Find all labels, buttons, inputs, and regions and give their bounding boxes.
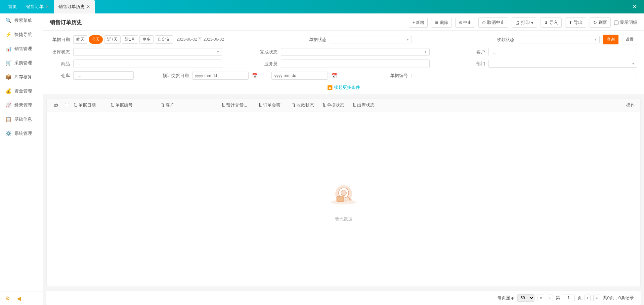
th-out-status[interactable]: ⇅ 出库状态 <box>350 102 381 108</box>
th-date[interactable]: ⇅ 单据日期 <box>72 102 109 108</box>
page-title: 销售订单历史 <box>50 19 405 26</box>
complete-status-select[interactable]: ▾ <box>281 48 430 56</box>
sidebar-settings-icon[interactable]: ⚙ <box>5 295 10 302</box>
import-button[interactable]: ⬇ 导入 <box>541 17 562 28</box>
delivery-date-start-input[interactable] <box>192 72 249 80</box>
prev-page-button[interactable]: ‹ <box>547 295 553 301</box>
sidebar-item-operations[interactable]: 📈 经营管理 <box>0 98 43 112</box>
sidebar-item-search-menu[interactable]: 🔍 搜索菜单 <box>0 13 43 28</box>
next-page-button[interactable]: › <box>585 295 591 301</box>
export-button[interactable]: ⬆ 导出 <box>565 17 586 28</box>
sidebar: 🔍 搜索菜单 ⚡ 快捷导航 📊 销售管理 🛒 采购管理 📦 库存核算 💰 资金管… <box>0 13 43 305</box>
window-close-button[interactable]: ✕ <box>629 3 641 10</box>
tab-sales-history-label: 销售订单历史 <box>58 4 85 10</box>
tab-sales-order[interactable]: 销售订单 ✕ <box>22 0 54 13</box>
sidebar-item-finance[interactable]: 💰 资金管理 <box>0 84 43 98</box>
new-button[interactable]: + 新增 <box>409 18 428 28</box>
date-btn-custom[interactable]: 自定义 <box>155 35 173 44</box>
goods-label: 商品 <box>50 61 70 67</box>
date-btn-today[interactable]: 今天 <box>89 35 103 44</box>
out-status-label: 出库状态 <box>50 49 70 55</box>
th-pay-status-sort-icon: ⇅ <box>292 103 296 108</box>
warehouse-label: 仓库 <box>50 73 70 79</box>
date-btn-more[interactable]: 更多 <box>139 35 154 44</box>
salesman-input[interactable]: ... <box>281 60 430 68</box>
basic-info-icon: 📋 <box>5 116 12 122</box>
display-detail-wrap: 显示明细 <box>614 20 637 26</box>
payment-status-select[interactable]: ▾ <box>518 36 600 43</box>
sidebar-item-operations-label: 经营管理 <box>14 102 32 108</box>
cancel-stop-button[interactable]: ⊙ 取消中止 <box>478 17 508 28</box>
refresh-button[interactable]: ↻ 刷新 <box>590 17 611 28</box>
tab-sales-order-close[interactable]: ✕ <box>46 4 49 9</box>
collapse-row[interactable]: 🔼 收起更多条件 <box>50 83 637 90</box>
goods-input[interactable]: ... <box>73 60 222 68</box>
th-date-sort-icon: ⇅ <box>74 103 77 108</box>
sidebar-item-sales-mgmt[interactable]: 📊 销售管理 <box>0 42 43 56</box>
sidebar-item-basic-info-label: 基础信息 <box>14 116 32 122</box>
display-detail-label: 显示明细 <box>620 20 637 26</box>
customer-dots: ... <box>493 49 497 54</box>
tab-home[interactable]: 首页 <box>3 0 22 13</box>
search-menu-icon: 🔍 <box>5 17 12 24</box>
customer-label: 客户 <box>465 49 485 55</box>
page-number-input[interactable] <box>563 295 575 301</box>
sidebar-item-basic-info[interactable]: 📋 基础信息 <box>0 112 43 126</box>
svg-point-5 <box>349 198 351 201</box>
sidebar-item-purchase-mgmt-label: 采购管理 <box>14 60 32 66</box>
th-delivery[interactable]: ⇅ 预计交货... <box>219 102 256 108</box>
first-page-button[interactable]: « <box>537 295 544 301</box>
sidebar-item-quick-nav[interactable]: ⚡ 快捷导航 <box>0 28 43 42</box>
top-bar: 首页 销售订单 ✕ 销售订单历史 ✕ ✕ <box>0 0 644 13</box>
page-header: 销售订单历史 + 新增 🗑 删除 ⊘ 中止 ⊙ 取消中止 🖨 打印 ▾ ⬇ 导入… <box>43 13 644 31</box>
tab-sales-history-close[interactable]: ✕ <box>87 4 90 9</box>
page-size-select[interactable]: 50 10 20 100 <box>517 294 534 302</box>
print-arrow-icon: ▾ <box>531 20 533 25</box>
query-button[interactable]: 查询 <box>603 35 618 44</box>
order-num-input[interactable] <box>411 74 637 77</box>
th-checkbox[interactable] <box>62 103 72 107</box>
out-status-select[interactable]: ▾ <box>73 48 222 56</box>
salesman-label: 业务员 <box>257 61 277 67</box>
delivery-date-end-input[interactable] <box>271 72 328 80</box>
filter-row-3: 商品 ... 业务员 ... 部门 ▾ <box>50 60 637 68</box>
th-order-status-sort-icon: ⇅ <box>322 103 326 108</box>
customer-input[interactable]: ... <box>488 48 637 56</box>
sidebar-item-inventory[interactable]: 📦 库存核算 <box>0 70 43 84</box>
th-settings[interactable] <box>50 103 62 108</box>
sidebar-collapse-icon[interactable]: ◀ <box>17 295 21 302</box>
delete-button[interactable]: 🗑 删除 <box>431 18 452 28</box>
date-btn-yesterday[interactable]: 昨天 <box>73 35 87 44</box>
select-all-checkbox[interactable] <box>65 103 69 107</box>
filter-row-4: 仓库 ... 预计交货日期 📅 — 📅 单据编号 <box>50 71 637 80</box>
order-status-select[interactable]: ▾ <box>330 36 412 43</box>
salesman-dots: ... <box>285 61 289 66</box>
th-out-status-label: 出库状态 <box>357 102 375 108</box>
sidebar-item-sys-mgmt[interactable]: ⚙️ 系统管理 <box>0 126 43 141</box>
settings-filter-button[interactable]: 设置 <box>622 35 637 44</box>
total-label: 共0页，0条记录 <box>603 295 634 301</box>
filter-area: 单据日期 昨天 今天 近7天 近1月 更多 自定义 2023-06-02 至 2… <box>43 31 644 95</box>
tab-sales-history[interactable]: 销售订单历史 ✕ <box>54 0 95 13</box>
last-page-button[interactable]: » <box>593 295 600 301</box>
print-button[interactable]: 🖨 打印 ▾ <box>512 17 537 28</box>
th-order-status[interactable]: ⇅ 单据状态 <box>320 102 350 108</box>
export-label: 导出 <box>574 20 583 26</box>
display-detail-checkbox[interactable] <box>614 21 618 25</box>
svg-rect-6 <box>337 196 344 201</box>
department-select[interactable]: ▾ <box>488 60 637 68</box>
cancel-stop-icon: ⊙ <box>482 20 486 25</box>
stop-button[interactable]: ⊘ 中止 <box>455 18 475 28</box>
print-label: 打印 <box>521 20 530 26</box>
page-go-label: 第 <box>556 295 560 301</box>
th-customer[interactable]: ⇅ 客户 <box>159 102 219 108</box>
svg-point-3 <box>341 190 346 196</box>
sidebar-item-purchase-mgmt[interactable]: 🛒 采购管理 <box>0 56 43 70</box>
th-amount[interactable]: ⇅ 订单金额 <box>256 102 290 108</box>
warehouse-input[interactable]: ... <box>73 71 134 80</box>
date-btn-1month[interactable]: 近1月 <box>122 35 138 44</box>
th-pay-status[interactable]: ⇅ 收款状态 <box>290 102 320 108</box>
page-label: 页 <box>577 295 582 301</box>
date-btn-7days[interactable]: 近7天 <box>104 35 121 44</box>
th-num[interactable]: ⇅ 单据编号 <box>109 102 159 108</box>
